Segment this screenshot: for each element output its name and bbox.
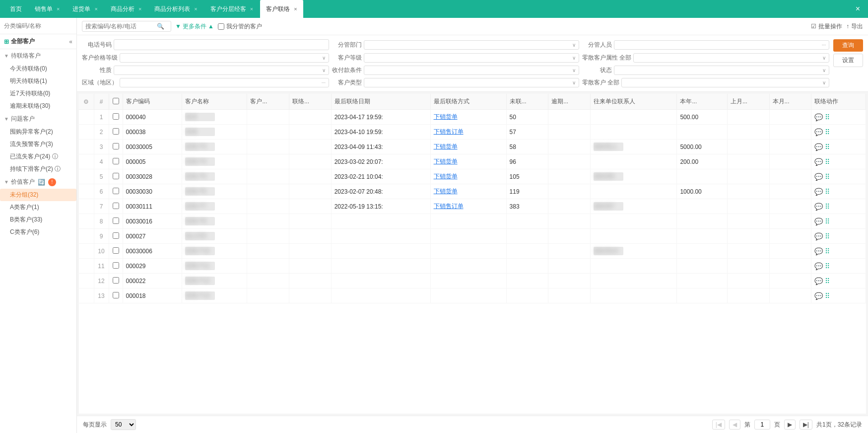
row-check[interactable] <box>109 140 123 154</box>
customer-type-select[interactable]: ∨ <box>364 78 579 87</box>
th-type[interactable]: 客户... <box>247 94 289 110</box>
sidebar-item-class-b[interactable]: B类客户(33) <box>0 214 76 226</box>
row-checkbox[interactable] <box>113 232 119 239</box>
payment-select[interactable]: ∨ <box>364 66 579 75</box>
nav-home[interactable]: 首页 <box>4 0 28 18</box>
message-icon[interactable]: 💬 <box>814 173 823 181</box>
sidebar-item-7days[interactable]: 近7天待联络(0) <box>0 87 76 100</box>
message-icon[interactable]: 💬 <box>814 217 823 225</box>
row-check[interactable] <box>109 169 123 184</box>
dept-select[interactable]: ∨ <box>364 40 579 50</box>
apps-icon[interactable]: ⠿ <box>825 262 830 270</box>
row-check[interactable] <box>109 184 123 199</box>
th-partner-contact[interactable]: 往来单位联系人 <box>590 94 677 110</box>
th-contact[interactable]: 联络... <box>289 94 332 110</box>
message-icon[interactable]: 💬 <box>814 113 823 121</box>
th-settings[interactable]: ⚙ <box>79 94 94 110</box>
row-check[interactable] <box>109 199 123 214</box>
sidebar-all-customers[interactable]: ⊞ 全部客户 « <box>0 34 76 49</box>
contact-method-link[interactable]: 下销售订单 <box>434 203 464 210</box>
reset-button[interactable]: 设置 <box>833 54 863 67</box>
row-checkbox[interactable] <box>113 158 119 164</box>
apps-icon[interactable]: ⠿ <box>825 217 830 225</box>
message-icon[interactable]: 💬 <box>814 188 823 196</box>
apps-icon[interactable]: ⠿ <box>825 128 830 136</box>
close-all-tabs-button[interactable]: × <box>852 4 864 13</box>
last-page-button[interactable]: ▶| <box>800 420 812 430</box>
apps-icon[interactable]: ⠿ <box>825 173 830 181</box>
contact-method-link[interactable]: 下销货单 <box>434 173 458 180</box>
apps-icon[interactable]: ⠿ <box>825 232 830 240</box>
apps-icon[interactable]: ⠿ <box>825 188 830 196</box>
my-customers-check[interactable] <box>218 23 224 30</box>
main-search-icon[interactable]: 🔍 <box>157 23 164 30</box>
sidebar-item-tomorrow[interactable]: 明天待联络(1) <box>0 75 76 87</box>
nav-sales[interactable]: 销售单 × <box>29 0 66 18</box>
close-customer-segment-icon[interactable]: × <box>250 6 253 12</box>
batch-ops-button[interactable]: ☑ 批量操作 <box>811 22 842 31</box>
customer-level-select[interactable]: ∨ <box>364 53 579 63</box>
page-number-input[interactable] <box>754 420 770 430</box>
th-name[interactable]: 客户名称 <box>182 94 247 110</box>
contact-method-link[interactable]: 下销货单 <box>434 158 458 165</box>
retail-customer-select[interactable]: ∨ <box>621 78 829 87</box>
th-this-month[interactable]: 本月... <box>769 94 811 110</box>
th-last-contact-method[interactable]: 最后联络方式 <box>430 94 506 110</box>
main-search-input[interactable] <box>85 23 155 30</box>
sidebar-item-declining[interactable]: 持续下滑客户(2) ⓘ <box>0 163 76 175</box>
th-code[interactable]: 客户编码 <box>123 94 182 110</box>
apps-icon[interactable]: ⠿ <box>825 143 830 151</box>
row-check[interactable] <box>109 214 123 229</box>
row-checkbox[interactable] <box>113 128 119 135</box>
nav-purchase[interactable]: 进货单 × <box>67 0 103 18</box>
my-customers-checkbox[interactable]: 我分管的客户 <box>218 22 262 31</box>
message-icon[interactable]: 💬 <box>814 247 823 255</box>
retail-attr-select[interactable]: ∨ <box>633 53 829 63</box>
apps-icon[interactable]: ⠿ <box>825 277 830 285</box>
close-product-list-icon[interactable]: × <box>194 6 197 12</box>
prev-page-button[interactable]: ◀ <box>729 420 740 430</box>
th-overdue[interactable]: 逾期... <box>548 94 591 110</box>
row-check[interactable] <box>109 125 123 140</box>
sidebar-item-overdue[interactable]: 逾期未联络(30) <box>0 100 76 112</box>
th-last-month[interactable]: 上月... <box>727 94 769 110</box>
nav-product-list[interactable]: 商品分析列表 × <box>148 0 203 18</box>
th-this-year[interactable]: 本年... <box>677 94 728 110</box>
row-check[interactable] <box>109 259 123 274</box>
close-product-analysis-icon[interactable]: × <box>138 6 141 12</box>
export-button[interactable]: ↑ 导出 <box>846 22 863 31</box>
sidebar-item-class-c[interactable]: C类客户(6) <box>0 226 76 238</box>
status-select[interactable]: ∨ <box>614 66 829 75</box>
price-level-select[interactable]: ∨ <box>120 53 329 63</box>
apps-icon[interactable]: ⠿ <box>825 113 830 121</box>
nav-product-analysis[interactable]: 商品分析 × <box>105 0 147 18</box>
message-icon[interactable]: 💬 <box>814 277 823 285</box>
row-check[interactable] <box>109 289 123 303</box>
row-checkbox[interactable] <box>113 217 119 224</box>
manager-select[interactable]: ··· <box>614 40 829 50</box>
sidebar-group-value[interactable]: ▼ 价值客户 🔄 ! <box>0 175 76 189</box>
row-checkbox[interactable] <box>113 173 119 179</box>
row-checkbox[interactable] <box>113 247 119 254</box>
search-button[interactable]: 查询 <box>833 39 863 52</box>
message-icon[interactable]: 💬 <box>814 128 823 136</box>
sidebar-item-unclassified[interactable]: 未分组(32) <box>0 189 76 201</box>
row-checkbox[interactable] <box>113 143 119 149</box>
message-icon[interactable]: 💬 <box>814 262 823 270</box>
row-check[interactable] <box>109 229 123 244</box>
apps-icon[interactable]: ⠿ <box>825 203 830 211</box>
sidebar-item-class-a[interactable]: A类客户(1) <box>0 201 76 214</box>
row-check[interactable] <box>109 110 123 125</box>
row-checkbox[interactable] <box>113 262 119 269</box>
apps-icon[interactable]: ⠿ <box>825 247 830 255</box>
apps-icon[interactable]: ⠿ <box>825 158 830 166</box>
message-icon[interactable]: 💬 <box>814 232 823 240</box>
select-all-checkbox[interactable] <box>113 98 119 104</box>
contact-method-link[interactable]: 下销货单 <box>434 113 458 120</box>
first-page-button[interactable]: |◀ <box>712 420 725 430</box>
nav-customer-contact[interactable]: 客户联络 × <box>260 0 303 18</box>
sidebar-group-pending[interactable]: ▼ 待联络客户 <box>0 49 76 63</box>
contact-method-link[interactable]: 下销售订单 <box>434 128 464 135</box>
page-size-select[interactable]: 50 100 200 <box>111 419 136 430</box>
th-last-contact-date[interactable]: 最后联络日期 <box>331 94 430 110</box>
